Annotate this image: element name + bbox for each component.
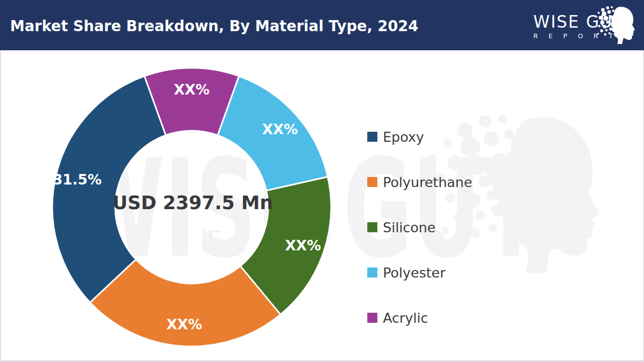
- chart-legend: EpoxyPolyurethaneSiliconePolyesterAcryli…: [367, 130, 472, 356]
- legend-item-polyurethane[interactable]: Polyurethane: [367, 175, 472, 189]
- legend-label: Polyester: [383, 265, 445, 281]
- legend-swatch-polyester: [367, 267, 377, 278]
- wiseguy-logo: WISE GUY R E P O R T S: [522, 3, 638, 47]
- legend-label: Silicone: [383, 220, 436, 235]
- wiseguy-head-icon: [593, 4, 637, 46]
- slice-label-polyester: XX%: [262, 121, 298, 138]
- legend-label: Epoxy: [383, 129, 424, 145]
- header-bar: Market Share Breakdown, By Material Type…: [0, 0, 644, 50]
- donut-slice-epoxy[interactable]: [52, 76, 166, 302]
- slice-label-acrylic: XX%: [174, 81, 209, 98]
- legend-item-acrylic[interactable]: Acrylic: [367, 311, 472, 325]
- slice-label-epoxy: 31.5%: [53, 171, 102, 188]
- slice-label-polyurethane: XX%: [167, 316, 202, 333]
- legend-label: Acrylic: [383, 310, 428, 326]
- legend-item-epoxy[interactable]: Epoxy: [367, 130, 472, 144]
- legend-swatch-silicone: [367, 222, 377, 232]
- legend-swatch-epoxy: [367, 132, 377, 142]
- chart-canvas: WISE GUY R E P O R T S 31.5%XX%XX%XX%XX%…: [0, 50, 644, 362]
- legend-swatch-acrylic: [367, 313, 377, 323]
- legend-label: Polyurethane: [383, 174, 472, 190]
- page-title: Market Share Breakdown, By Material Type…: [10, 17, 418, 35]
- slice-label-silicone: XX%: [285, 237, 321, 254]
- chart-center-value: USD 2397.5 Mn: [101, 192, 284, 214]
- legend-item-polyester[interactable]: Polyester: [367, 265, 472, 280]
- legend-swatch-polyurethane: [367, 177, 377, 187]
- legend-item-silicone[interactable]: Silicone: [367, 220, 472, 234]
- report-page: Market Share Breakdown, By Material Type…: [0, 0, 644, 362]
